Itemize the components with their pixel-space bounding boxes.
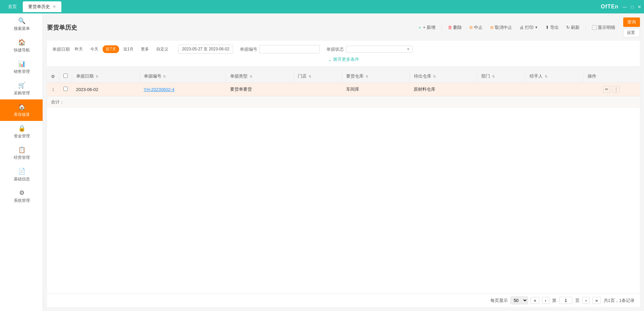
print-button[interactable]: 🖨 打印 ▼ [518,23,540,32]
new-button[interactable]: ＋ + 新增 [416,23,437,32]
table-row: 1 2023-06-02 YH-20230602-4 要货单要货 车间库 原材料… [47,83,640,96]
sidebar-item-search-menu[interactable]: 🔍 搜索菜单 [0,13,43,35]
first-page-btn[interactable]: « [531,297,539,304]
sort-handler-icon: ⇅ [545,75,547,78]
brand-name: OfTEn [601,4,619,10]
sort-store-icon: ⇅ [309,75,311,78]
page-number-input[interactable] [559,297,573,304]
tab-requisition-history-label: 要货单历史 [28,4,50,10]
doc-no-input[interactable] [259,45,320,53]
col-pending-warehouse[interactable]: 待出仓库 ⇅ [410,70,477,83]
sum-label: 合计： [51,99,64,105]
stop-btn-label: 中止 [474,25,483,31]
sidebar-item-sales-mgmt[interactable]: 📊 销售管理 [0,56,43,78]
last-page-btn[interactable]: » [592,297,601,304]
row-1-store [294,83,342,96]
settings-button[interactable]: 设置 [623,28,640,37]
date-btn-more[interactable]: 更多 [138,45,152,53]
sort-doc-date-icon: ⇅ [96,75,98,78]
doc-no-label: 单据编号 [240,46,257,52]
sidebar-item-sales-mgmt-label: 销售管理 [14,69,30,75]
prev-page-btn[interactable]: ‹ [542,297,549,304]
date-btn-last1month[interactable]: 近1月 [120,45,137,53]
col-settings[interactable]: ⚙ [47,70,59,83]
query-button[interactable]: 查询 [623,17,640,27]
col-store[interactable]: 门店 ⇅ [294,70,342,83]
top-bar-controls: OfTEn — □ ✕ [601,4,641,10]
per-page-select[interactable]: 50 100 200 [511,297,528,304]
tab-home[interactable]: 首页 [3,1,22,12]
page-label-after: 页 [575,298,580,304]
doc-date-label: 单据日期 [52,46,70,52]
col-doc-date[interactable]: 单据日期 ⇅ [72,70,140,83]
stop-icon: ⊘ [469,25,473,30]
query-btn-label: 查询 [627,19,636,25]
sort-req-wh-icon: ⇅ [366,75,368,78]
inventory-icon: 🏠 [18,103,25,110]
sidebar-item-purchase-mgmt-label: 采购管理 [14,90,30,96]
tab-close-icon[interactable]: ✕ [53,4,56,9]
row-1-more-btn[interactable]: ⋮ [612,86,620,93]
date-btn-today[interactable]: 今天 [87,45,101,53]
next-page-btn[interactable]: › [582,297,590,304]
refresh-button[interactable]: ↻ 刷新 [564,23,582,32]
per-page-label: 每页显示 [490,298,508,304]
row-1-req-warehouse: 车间库 [342,83,410,96]
header-actions: ＋ + 新增 🗑 删除 ⊘ 中止 ⊘ 取消中止 🖨 打 [416,17,640,37]
sidebar-item-system-mgmt[interactable]: ⚙ 系统管理 [0,185,43,207]
plus-icon: ＋ [418,25,422,31]
row-1-select-checkbox[interactable] [63,87,68,91]
sidebar-item-inventory-calc[interactable]: 🏠 库存核算 [0,99,43,121]
sidebar-item-basic-info[interactable]: 📄 基础信息 [0,164,43,185]
col-doc-no[interactable]: 单据编号 ⇅ [140,70,226,83]
sidebar-item-purchase-mgmt[interactable]: 🛒 采购管理 [0,78,43,99]
stop-button[interactable]: ⊘ 中止 [467,23,485,32]
display-cell-checkbox[interactable] [592,25,597,30]
date-filter-item: 单据日期 昨天 今天 近7天 近1月 更多 自定义 [52,45,171,53]
date-btn-last7days[interactable]: 近7天 [103,45,119,53]
display-cell-button[interactable]: 显示明细 [590,23,617,32]
sidebar-item-finance-mgmt[interactable]: 🔒 资金管理 [0,121,43,142]
col-doc-type[interactable]: 单据类型 ⇅ [226,70,294,83]
delete-button[interactable]: 🗑 删除 [446,23,464,32]
date-filter-buttons: 昨天 今天 近7天 近1月 更多 自定义 [72,45,171,53]
row-1-doc-type: 要货单要货 [226,83,294,96]
sidebar-item-finance-mgmt-label: 资金管理 [14,133,30,139]
home-icon: 🏠 [18,39,25,46]
tab-requisition-history[interactable]: 要货单历史 ✕ [23,1,61,12]
minimize-btn[interactable]: — [623,4,627,9]
row-1-edit-btn[interactable]: ✏ [603,86,610,93]
print-icon: 🖨 [520,25,524,30]
date-btn-custom[interactable]: 自定义 [153,45,171,53]
row-1-doc-no-link[interactable]: YH-20230602-4 [144,87,174,92]
row-1-doc-no[interactable]: YH-20230602-4 [140,83,226,96]
date-btn-yesterday[interactable]: 昨天 [72,45,86,53]
close-btn[interactable]: ✕ [638,4,641,9]
requisition-table: ⚙ 单据日期 ⇅ 单据编号 ⇅ 单据类型 [47,70,640,96]
ops-icon: 📋 [18,146,25,153]
sidebar-item-quick-nav[interactable]: 🏠 快捷导航 [0,35,43,56]
basic-info-icon: 📄 [18,168,25,175]
sidebar-item-search-menu-label: 搜索菜单 [14,26,30,32]
row-1-handler [526,83,584,96]
date-range-text: 2023-05-27 至 2023-06-02 [182,47,229,51]
select-all-checkbox[interactable] [63,74,68,78]
col-handler[interactable]: 经手人 ⇅ [526,70,584,83]
filter-bar: 单据日期 昨天 今天 近7天 近1月 更多 自定义 2023-05-27 至 2… [47,41,640,66]
sort-doc-type-icon: ⇅ [250,75,252,78]
maximize-btn[interactable]: □ [631,4,634,9]
refresh-btn-label: 刷新 [571,25,580,31]
sidebar-item-inventory-calc-label: 库存核算 [14,112,30,118]
row-1-settings: 1 [47,83,59,96]
export-icon: ⬆ [545,25,549,30]
sidebar-item-ops-mgmt[interactable]: 📋 经营管理 [0,142,43,164]
col-req-warehouse[interactable]: 要货仓库 ⇅ [342,70,410,83]
col-department[interactable]: 部门 ⇅ [477,70,526,83]
cancel-stop-button[interactable]: ⊘ 取消中止 [488,23,514,32]
top-bar: 首页 要货单历史 ✕ OfTEn — □ ✕ [0,0,644,13]
total-info: 共1页，1条记录 [604,298,635,304]
date-range-input[interactable]: 2023-05-27 至 2023-06-02 [178,45,233,54]
expand-more-btn[interactable]: ⌄ 展开更多条件 [52,56,635,62]
doc-status-select[interactable]: ▼ [346,46,413,53]
export-button[interactable]: ⬆ 导出 [543,23,561,32]
